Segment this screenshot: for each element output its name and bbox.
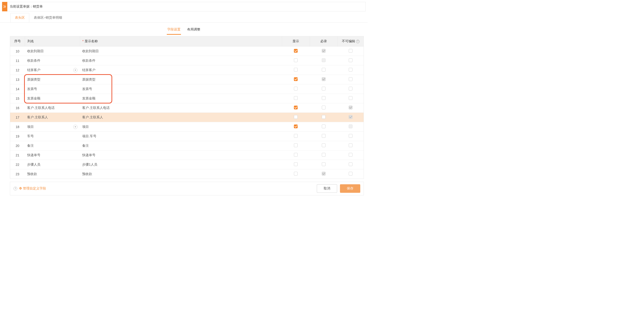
help-icon[interactable]: ? [14, 187, 17, 190]
checkbox-readonly[interactable] [349, 58, 352, 62]
table-row: 23预收款预收款 [10, 170, 364, 179]
cell-display-name[interactable]: 步骤1人员 [80, 160, 282, 170]
checkbox-show[interactable] [294, 134, 298, 138]
checkbox-required[interactable] [322, 115, 326, 119]
cell-display-name[interactable]: 预收款 [80, 170, 282, 179]
checkbox-readonly [349, 106, 352, 110]
cell-display-name[interactable]: 收款条件 [80, 56, 282, 66]
cell-display-name[interactable]: 发票号 [80, 84, 282, 94]
checkbox-show[interactable] [294, 58, 298, 62]
cell-seq: 13 [10, 75, 25, 84]
col-header-show: 显示 [282, 36, 310, 46]
cell-seq: 18 [10, 122, 25, 132]
tab-header-area[interactable]: 表头区 [10, 13, 29, 22]
field-table-wrap: 序号 列名 *显示名称 显示 必录 不可编辑? 10收款到期日收款到期日11收款… [10, 36, 364, 179]
checkbox-required[interactable] [322, 134, 326, 138]
sub-tab-field-settings[interactable]: 字段设置 [167, 26, 181, 35]
cell-display-name[interactable]: 票据类型 [80, 75, 282, 84]
cell-seq: 22 [10, 160, 25, 170]
tab-body-area[interactable]: 表体区–销货单明细 [29, 13, 66, 22]
cell-display-name[interactable]: 备注 [80, 141, 282, 150]
collapse-toggle[interactable] [2, 2, 7, 11]
checkbox-readonly[interactable] [349, 77, 352, 81]
chevron-right-double-icon [3, 5, 6, 8]
cell-seq: 15 [10, 94, 25, 103]
checkbox-readonly[interactable] [349, 162, 352, 166]
cell-display-name[interactable]: 客户.主联系人 [80, 113, 282, 122]
checkbox-show[interactable] [294, 153, 298, 157]
cell-seq: 14 [10, 84, 25, 94]
cell-column-name: 客户.主联系人电话 [25, 103, 80, 113]
checkbox-show[interactable] [294, 124, 298, 128]
checkbox-readonly[interactable] [349, 68, 352, 72]
checkbox-readonly[interactable] [349, 153, 352, 157]
checkbox-show[interactable] [294, 144, 298, 147]
checkbox-required[interactable] [322, 87, 326, 90]
cell-column-name: 客户.主联系人 [25, 113, 80, 122]
col-header-display: *显示名称 [80, 36, 282, 46]
add-sub-field-button[interactable]: + [73, 125, 78, 129]
cell-display-name[interactable]: 发票金额 [80, 94, 282, 103]
checkbox-readonly [349, 124, 352, 128]
checkbox-required [322, 77, 326, 81]
checkbox-readonly[interactable] [349, 144, 352, 147]
checkbox-required[interactable] [322, 96, 326, 100]
sub-tab-layout-adjust[interactable]: 布局调整 [187, 26, 201, 35]
cell-seq: 16 [10, 103, 25, 113]
checkbox-readonly[interactable] [349, 96, 352, 100]
checkbox-show[interactable] [294, 106, 298, 110]
cell-column-name: 预收款 [25, 170, 80, 179]
add-sub-field-button[interactable]: + [73, 68, 78, 72]
cell-seq: 12 [10, 66, 25, 75]
manage-custom-fields-link[interactable]: 管理自定义字段 [19, 186, 46, 191]
cell-display-name[interactable]: 客户.主联系人电话 [80, 103, 282, 113]
cell-column-name: 票据类型 [25, 75, 80, 84]
cell-column-name: 项目+ [25, 122, 80, 132]
header-bar: 当前设置单据：销货单 [2, 2, 366, 11]
checkbox-show[interactable] [294, 96, 298, 100]
checkbox-required[interactable] [322, 162, 326, 166]
table-row: 11收款条件收款条件 [10, 56, 364, 66]
cell-display-name[interactable]: 结算客户 [80, 66, 282, 75]
cell-display-name[interactable]: 快递单号 [80, 150, 282, 160]
table-row: 21快递单号快递单号 [10, 150, 364, 160]
checkbox-show[interactable] [294, 87, 298, 90]
checkbox-show[interactable] [294, 49, 298, 53]
table-row: 14发票号发票号 [10, 84, 364, 94]
cell-seq: 19 [10, 132, 25, 141]
checkbox-show[interactable] [294, 68, 298, 72]
table-row: 13票据类型票据类型 [10, 75, 364, 84]
cell-display-name[interactable]: 项目.车号 [80, 132, 282, 141]
cancel-button[interactable]: 取消 [317, 184, 337, 193]
table-row: 16客户.主联系人电话客户.主联系人电话 [10, 103, 364, 113]
area-tabs: 表头区 表体区–销货单明细 [2, 13, 366, 22]
checkbox-readonly[interactable] [349, 49, 352, 53]
col-header-seq: 序号 [10, 36, 25, 46]
checkbox-readonly[interactable] [349, 87, 352, 90]
checkbox-required[interactable] [322, 106, 326, 110]
table-row: 22步骤人员步骤1人员 [10, 160, 364, 170]
col-header-required: 必录 [310, 36, 338, 46]
checkbox-readonly[interactable] [349, 134, 352, 138]
checkbox-required[interactable] [322, 68, 326, 72]
cell-column-name: 结算客户+ [25, 66, 80, 75]
checkbox-readonly [349, 115, 352, 119]
save-button[interactable]: 保存 [340, 184, 360, 193]
checkbox-show[interactable] [294, 162, 298, 166]
cell-display-name[interactable]: 项目 [80, 122, 282, 132]
cell-seq: 17 [10, 113, 25, 122]
checkbox-required[interactable] [322, 124, 326, 128]
checkbox-required[interactable] [322, 144, 326, 147]
checkbox-show[interactable] [294, 172, 298, 176]
help-icon[interactable]: ? [356, 40, 360, 43]
cell-column-name: 备注 [25, 141, 80, 150]
cell-column-name: 发票号 [25, 84, 80, 94]
required-star-icon: * [82, 39, 84, 43]
checkbox-required[interactable] [322, 153, 326, 157]
checkbox-readonly[interactable] [349, 172, 352, 176]
cell-display-name[interactable]: 收款到期日 [80, 46, 282, 56]
checkbox-show[interactable] [294, 77, 298, 81]
checkbox-show[interactable] [294, 115, 298, 119]
table-row: 15发票金额发票金额 [10, 94, 364, 103]
cell-column-name: 收款到期日 [25, 46, 80, 56]
